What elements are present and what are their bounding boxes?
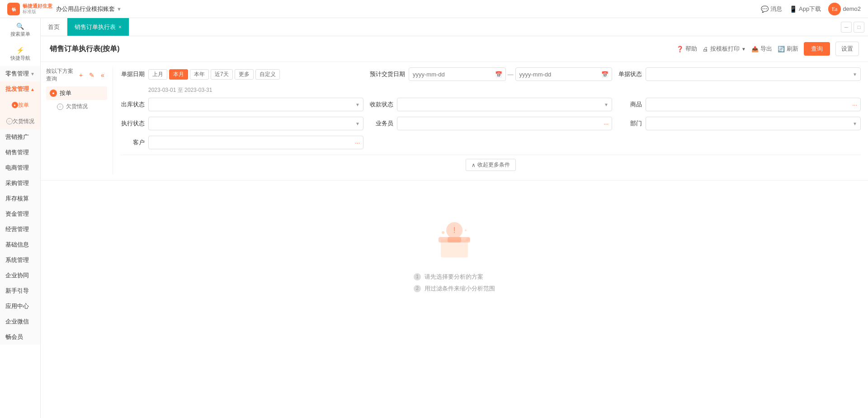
print-dropdown-icon[interactable]: ▼ (741, 47, 746, 52)
nav-icon: ⚡ (16, 47, 24, 54)
chevron-down-icon: ▲ (30, 87, 35, 92)
customer-input[interactable] (148, 136, 363, 149)
filter-row-1: 单据日期 上月 本月 本年 近7天 更多 自定义 (120, 67, 861, 81)
sidebar-item-wechat[interactable]: 企业微信 (0, 314, 40, 329)
tab-home[interactable]: 首页 (41, 18, 67, 36)
sidebar-sub-item-欠货情况[interactable]: ○ 欠货情况 (0, 113, 40, 129)
circle-outline-icon: ○ (6, 118, 13, 124)
filter-row-3: 执行状态 ▼ 业务员 (120, 117, 861, 130)
settings-button[interactable]: 设置 (835, 42, 859, 56)
dept-select[interactable] (646, 117, 861, 130)
scheme-item-按单[interactable]: ● 按单 (46, 86, 107, 100)
page-header: 销售订单执行表(按单) ❓ 帮助 🖨 按模板打印 ▼ 📤 (41, 36, 868, 62)
search-button[interactable]: 查询 (804, 42, 830, 56)
goods-ellipsis-button[interactable]: ··· (850, 101, 859, 108)
user-menu[interactable]: demo2 (828, 3, 861, 15)
sidebar-item-retail[interactable]: 零售管理 ▼ (0, 66, 40, 81)
filter-cell-exec-status: 执行状态 ▼ (120, 117, 363, 130)
sidebar-sub-item-按单[interactable]: ● 按单 (0, 97, 40, 113)
sidebar-item-marketing[interactable]: 营销推广 (0, 129, 40, 145)
date-custom-button[interactable]: 自定义 (255, 69, 280, 80)
sidebar-item-purchase[interactable]: 采购管理 (0, 176, 40, 191)
tab-sales-exec[interactable]: 销售订单执行表 × (67, 18, 129, 36)
quick-nav-item[interactable]: ⚡ 快捷导航 (0, 42, 40, 66)
receive-status-select[interactable] (397, 98, 612, 111)
sidebar-item-newbie[interactable]: 新手引导 (0, 283, 40, 299)
date-this-month-button[interactable]: 本月 (169, 69, 188, 80)
doc-status-label: 单据状态 (618, 70, 642, 78)
logo-area: 畅 畅捷通好生意 标准版 (7, 3, 52, 15)
date-separator: — (508, 71, 514, 78)
refresh-button[interactable]: 🔄 刷新 (778, 45, 798, 53)
scheme-actions: + ✎ « (76, 71, 107, 80)
collapse-scheme-button[interactable]: « (98, 71, 107, 80)
date-more-button[interactable]: 更多 (235, 69, 254, 80)
date-prev-month-button[interactable]: 上月 (148, 69, 167, 80)
scheme-sub-item-欠货情况[interactable]: ○ 欠货情况 (46, 100, 107, 113)
page-content: 销售订单执行表(按单) ❓ 帮助 🖨 按模板打印 ▼ 📤 (41, 36, 868, 418)
date-start-input[interactable] (409, 67, 506, 81)
out-status-label: 出库状态 (120, 100, 145, 109)
salesperson-ellipsis-button[interactable]: ··· (602, 120, 610, 127)
doc-status-select-wrapper: ▼ (646, 67, 861, 81)
sidebar-item-apps[interactable]: 应用中心 (0, 299, 40, 314)
date-start-wrapper: 📅 (409, 67, 506, 81)
sidebar-item-inventory[interactable]: 库存核算 (0, 191, 40, 206)
scheme-panel-header: 按以下方案查询 + ✎ « (46, 67, 107, 83)
dept-label: 部门 (618, 119, 642, 128)
print-icon: 🖨 (703, 46, 708, 52)
breadcrumb[interactable]: 办公用品行业模拟账套 ▼ (56, 5, 122, 13)
tab-minimize-button[interactable]: ─ (841, 22, 852, 33)
scheme-sub-icon: ○ (57, 104, 63, 110)
empty-state-illustration: ! (432, 217, 477, 262)
tip-num-2: 2 (414, 285, 421, 292)
export-button[interactable]: 📤 导出 (751, 45, 772, 53)
collapse-icon: ∧ (472, 162, 476, 168)
sidebar-item-sales[interactable]: 销售管理 (0, 145, 40, 160)
out-status-select[interactable] (148, 98, 363, 111)
scheme-panel: 按以下方案查询 + ✎ « ● 按单 ○ (41, 67, 113, 175)
avatar (828, 3, 841, 15)
filter-cell-customer: 客户 ··· (120, 136, 363, 149)
goods-input[interactable] (646, 98, 861, 111)
goods-label: 商品 (618, 100, 642, 109)
collapse-button[interactable]: ∧ 收起更多条件 (466, 159, 516, 171)
sidebar-item-basic[interactable]: 基础信息 (0, 237, 40, 252)
edit-scheme-button[interactable]: ✎ (87, 71, 96, 80)
date-quick-wrap: 上月 本月 本年 近7天 更多 自定义 (148, 69, 280, 80)
exec-status-select[interactable] (148, 117, 363, 130)
print-button[interactable]: 🖨 按模板打印 ▼ (703, 45, 746, 53)
doc-status-select[interactable] (646, 67, 861, 81)
salesperson-input[interactable] (397, 117, 612, 130)
exec-status-select-wrapper: ▼ (148, 117, 363, 130)
message-button[interactable]: 💬 消息 (761, 5, 782, 13)
sidebar-item-wholesale[interactable]: 批发管理 ▲ ● 按单 ○ 欠货情况 (0, 81, 40, 129)
add-scheme-button[interactable]: + (76, 71, 85, 80)
expected-date-label: 预计交货日期 (369, 70, 405, 78)
date-end-wrapper: 📅 (515, 67, 613, 81)
sidebar-item-collab[interactable]: 企业协同 (0, 268, 40, 283)
sidebar-item-ecommerce[interactable]: 电商管理 (0, 160, 40, 176)
filter-cell-date: 单据日期 上月 本月 本年 近7天 更多 自定义 (120, 67, 363, 81)
help-button[interactable]: ❓ 帮助 (676, 45, 697, 53)
out-status-select-wrapper: ▼ (148, 98, 363, 111)
app-download-button[interactable]: 📱 App下载 (789, 5, 821, 13)
mobile-icon: 📱 (789, 5, 797, 13)
filter-form: 单据日期 上月 本月 本年 近7天 更多 自定义 (113, 67, 868, 175)
tab-maximize-button[interactable]: □ (854, 22, 864, 33)
date-this-year-button[interactable]: 本年 (190, 69, 209, 80)
sidebar-item-operations[interactable]: 经营管理 (0, 222, 40, 237)
date-last7-button[interactable]: 近7天 (211, 69, 233, 80)
search-menu-item[interactable]: 🔍 搜索菜单 (0, 18, 40, 42)
date-end-input[interactable] (515, 67, 613, 81)
wholesale-header[interactable]: 批发管理 ▲ (0, 81, 40, 97)
chevron-right-icon: ▼ (30, 71, 35, 76)
sidebar-item-system[interactable]: 系统管理 (0, 252, 40, 268)
tab-close-icon[interactable]: × (118, 24, 122, 30)
date-label: 单据日期 (120, 70, 145, 78)
tab-bar: 首页 销售订单执行表 × ─ □ (41, 18, 868, 36)
sidebar-item-member[interactable]: 畅会员 (0, 329, 40, 345)
sidebar-item-finance[interactable]: 资金管理 (0, 206, 40, 222)
customer-label: 客户 (120, 138, 145, 147)
customer-ellipsis-button[interactable]: ··· (353, 139, 362, 146)
